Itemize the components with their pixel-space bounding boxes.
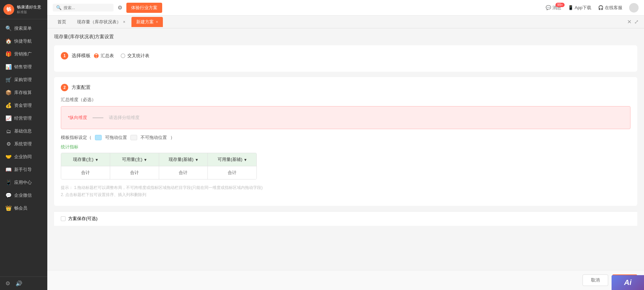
sidebar-item-label: 快捷导航 xyxy=(14,38,32,44)
tab-inventory-status[interactable]: 现存量（库存状况表） × xyxy=(72,17,130,27)
online-support-button[interactable]: 🎧 在线客服 xyxy=(598,5,622,11)
stats-body-row: 合计 合计 合计 合计 xyxy=(61,166,256,179)
template-setting-end: ） xyxy=(170,135,175,141)
sidebar-item-member[interactable]: 👑 畅会员 xyxy=(0,202,47,215)
app-version: 标准版 xyxy=(17,10,41,15)
sidebar-item-label: 搜索菜单 xyxy=(14,25,32,31)
home-icon: 🏠 xyxy=(5,38,11,44)
sidebar-item-label: 经营管理 xyxy=(14,115,32,121)
fixed-indicator xyxy=(130,135,137,140)
stats-col1-dropdown-icon[interactable]: ▾ xyxy=(96,157,98,162)
dimension-required-label: *纵向维度 xyxy=(68,115,87,121)
chat-icon: 💬 xyxy=(5,192,11,198)
movable-indicator xyxy=(95,135,102,140)
sidebar-item-newuser[interactable]: 📖 新手引导 xyxy=(0,163,47,176)
stats-col4-label: 可用量(基辅) xyxy=(218,156,243,163)
stats-body-col2: 合计 xyxy=(110,166,159,179)
sidebar-item-appstore[interactable]: 📱 应用中心 xyxy=(0,176,47,189)
save-checkbox[interactable] xyxy=(61,216,66,221)
sidebar-item-search[interactable]: 🔍 搜索菜单 xyxy=(0,22,47,35)
radio-summary[interactable]: 汇总表 xyxy=(94,53,114,59)
sidebar-item-marketing[interactable]: 🎁 营销推广 xyxy=(0,48,47,61)
stats-col1-label: 现存量(主) xyxy=(73,156,94,163)
sound-footer-icon[interactable]: 🔊 xyxy=(16,280,22,287)
content-area: 现存量(库存状况表)方案设置 1 选择模板 汇总表 交叉统计表 xyxy=(47,28,644,270)
message-badge: 99+ xyxy=(555,3,565,7)
step1-header: 1 选择模板 汇总表 交叉统计表 xyxy=(61,52,630,59)
cart-icon: 🛒 xyxy=(5,77,11,83)
message-button[interactable]: 💬 消息 99+ xyxy=(546,5,561,11)
sidebar-item-purchase[interactable]: 🛒 采购管理 xyxy=(0,73,47,86)
sidebar-item-sales[interactable]: 📊 销售管理 xyxy=(0,61,47,73)
sidebar-item-label: 资金管理 xyxy=(14,102,32,108)
radio-cross[interactable]: 交叉统计表 xyxy=(121,53,149,59)
settings-footer-icon[interactable]: ⚙ xyxy=(5,280,10,287)
topbar-gear-icon[interactable]: ⚙ xyxy=(118,4,122,11)
user-avatar[interactable] xyxy=(629,3,639,13)
sidebar-item-shortcut[interactable]: 🏠 快捷导航 xyxy=(0,35,47,48)
stats-body-col1: 合计 xyxy=(61,166,110,179)
cancel-button[interactable]: 取消 xyxy=(583,274,608,286)
sidebar-item-inventory[interactable]: 📦 库存核算 xyxy=(0,86,47,99)
stats-header-col1[interactable]: 现存量(主) ▾ xyxy=(61,153,110,166)
sidebar-title-group: 畅康通好生意 标准版 xyxy=(17,4,41,15)
mobile-icon: 📱 xyxy=(5,179,11,186)
stats-header-col2[interactable]: 可用量(主) ▾ xyxy=(110,153,159,166)
search-input-icon: 🔍 xyxy=(56,5,61,10)
online-support-label: 在线客服 xyxy=(605,5,622,11)
tabbar: 首页 现存量（库存状况表） × 新建方案 × ✕ ⤢ xyxy=(47,16,644,28)
tab-close-all-icon[interactable]: ✕ xyxy=(627,19,631,25)
save-row: 方案保存(可选) xyxy=(54,211,637,226)
sidebar-item-wechat[interactable]: 💬 企业微信 xyxy=(0,189,47,202)
topbar-right: 💬 消息 99+ 📱 App下载 🎧 在线客服 xyxy=(546,3,639,13)
sidebar-item-operation[interactable]: 📈 经营管理 xyxy=(0,112,47,125)
dimension-box[interactable]: *纵向维度 —— 请选择分组维度 xyxy=(61,106,630,129)
step2-title: 方案配置 xyxy=(72,84,91,91)
search-input[interactable] xyxy=(64,5,110,10)
tab-inventory-status-label: 现存量（库存状况表） xyxy=(77,19,121,25)
tabbar-actions: ✕ ⤢ xyxy=(627,19,639,25)
trial-button[interactable]: 体验行业方案 xyxy=(126,3,162,13)
stats-header-col3[interactable]: 现存量(基辅) ▾ xyxy=(159,153,208,166)
app-name: 畅康通好生意 xyxy=(17,4,41,10)
ai-badge-label: Ai xyxy=(624,278,631,287)
tab-new-plan-label: 新建方案 xyxy=(136,19,154,25)
footer-bar: 取消 查询 xyxy=(47,270,644,290)
stats-col3-dropdown-icon[interactable]: ▾ xyxy=(196,157,198,162)
stats-col2-dropdown-icon[interactable]: ▾ xyxy=(144,157,147,162)
step1-title: 选择模板 xyxy=(72,53,91,59)
tab-inventory-close-icon[interactable]: × xyxy=(123,20,125,24)
tab-new-plan[interactable]: 新建方案 × xyxy=(131,17,163,27)
step1-card: 1 选择模板 汇总表 交叉统计表 xyxy=(54,45,637,72)
tab-new-plan-close-icon[interactable]: × xyxy=(156,20,158,24)
dimension-placeholder-text: 请选择分组维度 xyxy=(109,115,140,121)
sidebar-item-label: 销售管理 xyxy=(14,64,32,70)
sidebar-item-system[interactable]: ⚙ 系统管理 xyxy=(0,138,47,150)
app-download-button[interactable]: 📱 App下载 xyxy=(568,5,591,11)
sidebar-item-basic[interactable]: 🗂 基础信息 xyxy=(0,125,47,138)
stats-body-col3: 合计 xyxy=(159,166,208,179)
tab-home[interactable]: 首页 xyxy=(53,17,71,27)
sidebar-header: 畅 畅康通好生意 标准版 xyxy=(0,0,47,19)
sidebar-item-enterprise[interactable]: 🤝 企业协同 xyxy=(0,150,47,163)
step2-header: 2 方案配置 xyxy=(61,84,630,91)
ai-badge[interactable]: Ai xyxy=(612,275,644,290)
tab-expand-icon[interactable]: ⤢ xyxy=(634,19,639,25)
trend-icon: 📈 xyxy=(5,115,11,121)
step2-badge: 2 xyxy=(61,84,68,91)
movable-label: 可拖动位置 xyxy=(105,135,127,141)
sidebar-item-label: 应用中心 xyxy=(14,179,32,186)
sidebar-item-label: 营销推广 xyxy=(14,51,32,57)
sidebar-item-finance[interactable]: 💰 资金管理 xyxy=(0,99,47,112)
crown-icon: 👑 xyxy=(5,205,11,211)
sidebar-footer: ⚙ 🔊 xyxy=(0,276,47,290)
stats-header-col4[interactable]: 可用量(基辅) ▾ xyxy=(208,153,256,166)
sidebar-item-label: 企业协同 xyxy=(14,154,32,160)
topbar-search-box[interactable]: 🔍 xyxy=(53,4,114,11)
save-label: 方案保存(可选) xyxy=(68,216,98,222)
stats-col4-dropdown-icon[interactable]: ▾ xyxy=(244,157,247,162)
tips-area: 提示： 1.拖动标题栏可以调整布局，不可跨维度或指标区域拖动栏目字段(只能在同一… xyxy=(61,185,630,198)
box-icon: 📦 xyxy=(5,90,11,96)
radio-summary-circle xyxy=(94,53,99,58)
money-icon: 💰 xyxy=(5,102,11,108)
